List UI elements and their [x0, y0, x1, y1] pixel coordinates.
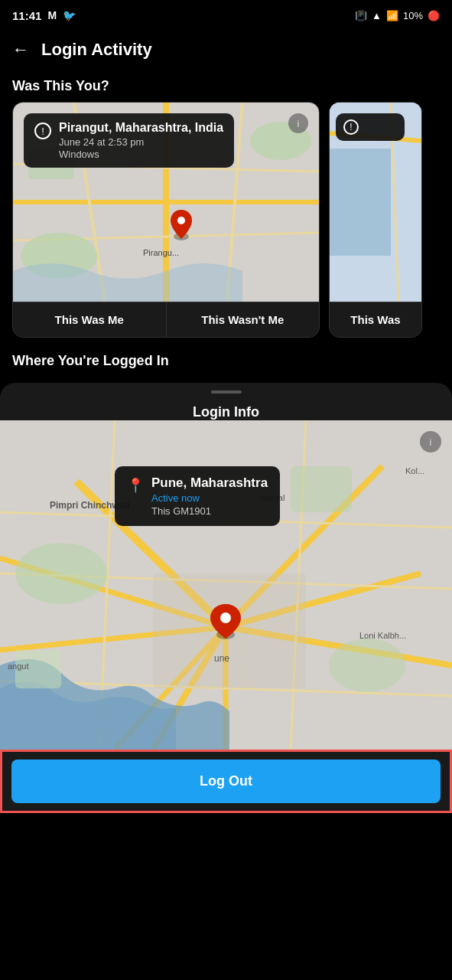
- login-card-main: Pirangu... ! Pirangut, Maharashtra, Indi…: [12, 102, 320, 338]
- active-status: Active now: [151, 492, 268, 504]
- info-button[interactable]: i: [288, 113, 308, 133]
- time-display: 11:41: [12, 9, 41, 22]
- bottom-sheet: Login Info: [0, 383, 452, 750]
- logout-button-container: Log Out: [0, 750, 452, 813]
- svg-text:Loni Kalbh...: Loni Kalbh...: [359, 631, 406, 640]
- alert-symbol: !: [41, 126, 44, 137]
- header: ← Login Activity: [0, 31, 452, 69]
- battery-display: 10%: [403, 10, 423, 21]
- card-actions: This Was Me This Wasn't Me: [13, 302, 319, 337]
- large-city-name: Pune, Maharashtra: [151, 475, 268, 491]
- large-info-popup: 📍 Pune, Maharashtra Active now This GM19…: [115, 466, 280, 526]
- large-info-button[interactable]: i: [420, 431, 441, 452]
- login-info-title: Login Info: [0, 398, 452, 420]
- signal-icon: 📶: [386, 10, 398, 21]
- back-button[interactable]: ←: [12, 40, 29, 60]
- partial-info-popup: !: [336, 113, 405, 141]
- twitter-icon: 🐦: [63, 9, 76, 21]
- battery-icon: 🔴: [428, 10, 440, 21]
- login-cards-container: Pirangu... ! Pirangut, Maharashtra, Indi…: [0, 102, 452, 338]
- svg-rect-8: [330, 149, 391, 256]
- logout-button[interactable]: Log Out: [11, 760, 441, 803]
- partial-map-area: !: [330, 103, 421, 302]
- partial-alert-icon: !: [343, 119, 359, 135]
- partial-card-actions: This Was: [330, 302, 421, 337]
- svg-point-25: [15, 543, 107, 604]
- large-popup-text: Pune, Maharashtra Active now This GM1901: [151, 475, 268, 517]
- partial-this-was-button[interactable]: This Was: [330, 302, 421, 337]
- login-card-partial: ! This Was: [329, 102, 422, 338]
- status-right: 📳 ▲ 📶 10% 🔴: [355, 10, 440, 21]
- svg-point-37: [220, 612, 231, 623]
- wifi-icon: ▲: [372, 10, 382, 21]
- device-label: This GM1901: [151, 505, 268, 517]
- vibrate-icon: 📳: [355, 10, 367, 21]
- popup-time: June 24 at 2:53 pm: [59, 136, 223, 148]
- popup-location: Pirangut, Maharashtra, India: [59, 121, 223, 135]
- svg-text:Kol...: Kol...: [405, 466, 424, 475]
- gmail-icon: M: [47, 9, 57, 21]
- svg-point-5: [177, 217, 185, 224]
- status-left: 11:41 M 🐦: [12, 9, 76, 22]
- this-wasnt-me-button[interactable]: This Wasn't Me: [167, 302, 320, 337]
- pin-icon: 📍: [127, 477, 144, 494]
- page-title: Login Activity: [41, 40, 152, 60]
- location-info-popup: ! Pirangut, Maharashtra, India June 24 a…: [24, 113, 234, 168]
- svg-rect-27: [291, 466, 352, 512]
- map-area-main: Pirangu... ! Pirangut, Maharashtra, Indi…: [13, 103, 319, 302]
- drag-handle[interactable]: [211, 390, 242, 394]
- map-area-large: Pimpri Chinchwad angut Loni Kalbh... ati…: [0, 420, 452, 750]
- popup-device: Windows: [59, 149, 223, 160]
- was-this-you-title: Was This You?: [0, 69, 452, 102]
- alert-circle-icon: !: [34, 122, 51, 139]
- where-logged-in-title: Where You're Logged In: [0, 338, 452, 377]
- large-info-icon: i: [430, 436, 432, 448]
- svg-text:angut: angut: [8, 662, 29, 671]
- this-was-me-button[interactable]: This Was Me: [13, 302, 167, 337]
- svg-text:une: une: [214, 653, 229, 664]
- popup-text: Pirangut, Maharashtra, India June 24 at …: [59, 121, 223, 160]
- svg-text:Pirangu...: Pirangu...: [143, 248, 179, 257]
- status-bar: 11:41 M 🐦 📳 ▲ 📶 10% 🔴: [0, 0, 452, 31]
- info-icon: i: [298, 118, 300, 129]
- svg-point-26: [329, 639, 405, 692]
